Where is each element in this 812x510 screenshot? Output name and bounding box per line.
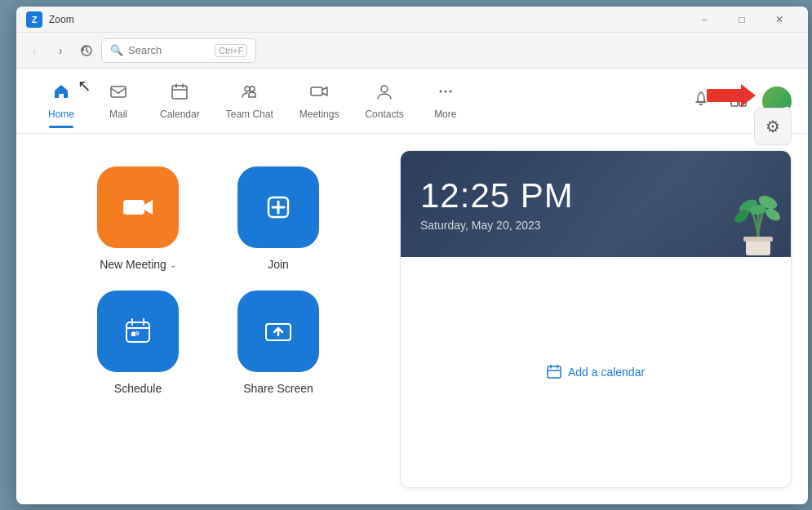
nav-item-home[interactable]: Home — [33, 76, 90, 126]
nav-label-home: Home — [48, 109, 74, 120]
svg-point-9 — [449, 90, 451, 92]
nav-label-meetings: Meetings — [300, 109, 339, 120]
new-meeting-chevron: ⌄ — [170, 260, 176, 269]
settings-button[interactable]: ⚙ — [754, 108, 792, 145]
svg-rect-5 — [311, 87, 322, 95]
svg-rect-21 — [743, 237, 773, 242]
nav-item-mail[interactable]: Mail — [90, 76, 147, 126]
app-logo: Z — [26, 11, 42, 28]
nav-item-team-chat[interactable]: Team Chat — [213, 76, 286, 126]
join-item[interactable]: Join — [218, 166, 339, 271]
team-chat-icon — [241, 82, 259, 105]
nav-label-contacts: Contacts — [365, 109, 403, 120]
clock-display: 12:25 PM — [420, 176, 771, 215]
arrow-indicator — [707, 84, 756, 107]
join-label: Join — [268, 258, 289, 271]
nav-item-meetings[interactable]: Meetings — [286, 76, 353, 126]
schedule-button[interactable]: 19 — [97, 290, 179, 372]
maximize-button[interactable]: □ — [723, 7, 761, 33]
home-icon — [52, 82, 70, 105]
nav-item-calendar[interactable]: Calendar — [147, 76, 213, 126]
left-panel: New Meeting ⌄ Join — [16, 134, 400, 504]
nav-label-team-chat: Team Chat — [226, 109, 273, 120]
more-icon — [437, 82, 455, 105]
svg-point-8 — [444, 90, 446, 92]
right-panel: 12:25 PM Saturday, May 20, 2023 — [400, 134, 808, 504]
search-shortcut: Ctrl+F — [215, 44, 247, 57]
schedule-label: Schedule — [114, 382, 162, 395]
search-icon: 🔍 — [110, 44, 123, 56]
meetings-icon — [310, 82, 328, 105]
calendar-add-icon — [547, 365, 561, 379]
close-button[interactable]: ✕ — [761, 7, 798, 33]
contacts-icon — [375, 82, 393, 105]
svg-point-6 — [381, 86, 388, 92]
calendar-header: 12:25 PM Saturday, May 20, 2023 — [401, 151, 791, 257]
minimize-button[interactable]: − — [686, 7, 723, 33]
titlebar: Z Zoom − □ ✕ — [16, 7, 808, 33]
history-button[interactable] — [75, 39, 98, 62]
nav-label-more: More — [434, 109, 456, 120]
svg-rect-2 — [172, 86, 187, 99]
svg-rect-13 — [123, 200, 144, 215]
date-display: Saturday, May 20, 2023 — [420, 219, 771, 232]
calendar-body: Add a calendar — [401, 257, 791, 487]
add-calendar-button[interactable]: Add a calendar — [537, 358, 654, 386]
search-bar[interactable]: 🔍 Ctrl+F — [101, 38, 256, 63]
new-meeting-label: New Meeting ⌄ — [100, 258, 176, 271]
red-arrow — [707, 84, 756, 107]
new-meeting-item[interactable]: New Meeting ⌄ — [78, 166, 198, 271]
share-screen-item[interactable]: Share Screen — [218, 290, 339, 395]
search-input[interactable] — [128, 44, 210, 56]
forward-button[interactable]: › — [49, 39, 72, 62]
zoom-window: Z Zoom − □ ✕ ‹ › 🔍 — [16, 7, 808, 504]
svg-point-7 — [439, 90, 441, 92]
main-nav: Home Mail Calendar — [16, 69, 808, 134]
svg-point-4 — [250, 86, 255, 91]
plant-decoration — [725, 175, 791, 257]
nav-label-mail: Mail — [109, 109, 127, 120]
new-meeting-button[interactable] — [97, 166, 179, 248]
nav-item-more[interactable]: More — [417, 76, 474, 126]
share-screen-label: Share Screen — [243, 382, 313, 395]
join-button[interactable] — [237, 166, 319, 248]
action-grid: New Meeting ⌄ Join — [78, 166, 339, 395]
window-title: Zoom — [49, 14, 686, 25]
gear-icon: ⚙ — [765, 117, 780, 136]
schedule-item[interactable]: 19 Schedule — [78, 290, 198, 395]
calendar-widget: 12:25 PM Saturday, May 20, 2023 — [400, 150, 792, 488]
toolbar: ‹ › 🔍 Ctrl+F — [16, 33, 808, 69]
window-controls: − □ ✕ — [686, 7, 798, 33]
nav-item-contacts[interactable]: Contacts — [352, 76, 416, 126]
add-calendar-label: Add a calendar — [568, 366, 645, 379]
settings-area: ⚙ — [754, 108, 792, 145]
back-button[interactable]: ‹ — [23, 39, 46, 62]
share-screen-button[interactable] — [237, 290, 319, 372]
nav-label-calendar: Calendar — [160, 109, 200, 120]
svg-rect-27 — [548, 366, 561, 378]
mail-icon — [109, 82, 127, 105]
svg-point-3 — [245, 86, 250, 91]
main-content: New Meeting ⌄ Join — [16, 134, 808, 504]
svg-text:19: 19 — [132, 330, 140, 337]
calendar-icon — [171, 82, 189, 105]
svg-rect-1 — [111, 86, 126, 97]
